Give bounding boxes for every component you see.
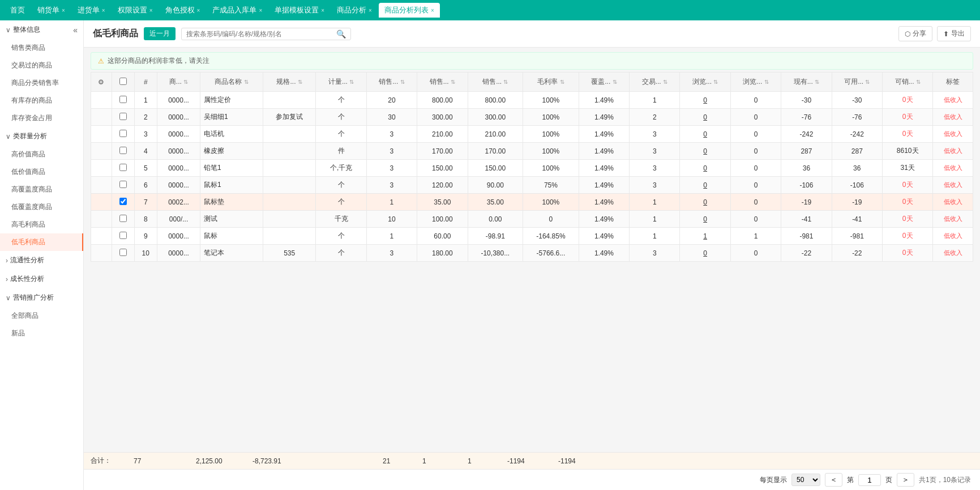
row-checkbox[interactable] [112, 126, 134, 143]
nav-sales-close[interactable]: × [62, 7, 65, 14]
row-checkbox[interactable] [112, 228, 134, 245]
row-checkbox[interactable] [112, 211, 134, 228]
col-name[interactable]: 商品名称 ⇅ [200, 73, 263, 92]
nav-product-analysis-list[interactable]: 商品分析列表 × [379, 3, 440, 18]
row-checkbox[interactable] [112, 92, 134, 109]
row-name: 电话机 [200, 126, 263, 143]
col-current[interactable]: 现有... ⇅ [781, 73, 832, 92]
export-button[interactable]: ⬆ 导出 [937, 26, 971, 41]
sidebar-item-all-goods[interactable]: 全部商品 [0, 307, 83, 325]
row-view1[interactable]: 0 [680, 194, 730, 211]
row-sales-price: 150.00 [417, 160, 468, 177]
row-view1[interactable]: 0 [680, 177, 730, 194]
nav-product-storage[interactable]: 产成品入库单 × [207, 3, 268, 18]
row-checkbox[interactable] [112, 245, 134, 262]
row-code: 0000... [157, 160, 200, 177]
page-number-input[interactable] [858, 474, 881, 486]
sidebar-group-marketing-header[interactable]: ∨ 营销推广分析 [0, 288, 83, 307]
row-view1[interactable]: 0 [680, 160, 730, 177]
nav-permissions-close[interactable]: × [149, 7, 153, 14]
collapse-icon[interactable]: « [73, 25, 78, 35]
nav-product-storage-close[interactable]: × [259, 7, 262, 14]
nav-product-analysis-list-close[interactable]: × [431, 7, 434, 14]
row-select-checkbox[interactable] [119, 96, 127, 103]
nav-product-analysis-close[interactable]: × [369, 7, 372, 14]
search-input[interactable] [186, 30, 336, 38]
row-select-checkbox[interactable] [119, 113, 127, 120]
row-sales-profit: 300.00 [468, 109, 523, 126]
col-code[interactable]: 商... ⇅ [157, 73, 200, 92]
row-select-checkbox[interactable] [119, 232, 127, 239]
row-view1[interactable]: 0 [680, 126, 730, 143]
sidebar-group-circulation-header[interactable]: › 流通性分析 [0, 251, 83, 270]
search-icon[interactable]: 🔍 [336, 29, 346, 39]
row-view1[interactable]: 0 [680, 245, 730, 262]
sidebar-item-stocked-goods[interactable]: 有库存的商品 [0, 92, 83, 109]
col-sales-qty[interactable]: 销售... ⇅ [366, 73, 417, 92]
sidebar-group-growth-header[interactable]: › 成长性分析 [0, 270, 83, 288]
nav-sales[interactable]: 销货单 × [32, 3, 71, 18]
nav-product-analysis[interactable]: 商品分析 × [331, 3, 378, 18]
col-settings[interactable]: ⚙ [91, 73, 112, 92]
row-checkbox[interactable] [112, 194, 134, 211]
col-unit[interactable]: 计量... ⇅ [316, 73, 366, 92]
sidebar-item-category-sales-rate[interactable]: 商品分类销售率 [0, 74, 83, 92]
row-checkbox[interactable] [112, 160, 134, 177]
nav-roles-close[interactable]: × [197, 7, 200, 14]
nav-template-settings-close[interactable]: × [321, 7, 324, 14]
row-select-checkbox[interactable] [119, 215, 127, 222]
sidebar-item-stock-capital[interactable]: 库存资金占用 [0, 109, 83, 127]
nav-purchase-close[interactable]: × [102, 7, 105, 14]
sidebar-item-sales-goods[interactable]: 销售类商品 [0, 39, 83, 57]
row-select-checkbox[interactable] [119, 130, 127, 137]
row-unit: 千克 [316, 211, 366, 228]
prev-page-button[interactable]: ＜ [825, 473, 842, 487]
nav-home[interactable]: 首页 [5, 3, 31, 18]
col-view2[interactable]: 浏览... ⇅ [730, 73, 781, 92]
next-page-button[interactable]: ＞ [897, 473, 914, 487]
share-button[interactable]: ⬡ 分享 [898, 26, 932, 41]
row-select-checkbox[interactable] [119, 198, 127, 205]
date-filter-button[interactable]: 近一月 [144, 27, 176, 40]
col-checkbox[interactable] [112, 73, 134, 92]
sidebar-item-high-gross[interactable]: 高毛利商品 [0, 216, 83, 233]
col-view1[interactable]: 浏览... ⇅ [680, 73, 730, 92]
totals-trans: 21 [383, 457, 411, 465]
row-checkbox[interactable] [112, 109, 134, 126]
row-view1[interactable]: 1 [680, 228, 730, 245]
row-view1[interactable]: 0 [680, 143, 730, 160]
nav-permissions[interactable]: 权限设置 × [112, 3, 159, 18]
col-gross-rate[interactable]: 毛利率 ⇅ [523, 73, 579, 92]
sidebar-item-low-gross[interactable]: 低毛利商品 [0, 233, 83, 251]
row-select-checkbox[interactable] [119, 249, 127, 256]
sidebar-item-low-value[interactable]: 低价值商品 [0, 163, 83, 181]
nav-template-settings[interactable]: 单据模板设置 × [269, 3, 330, 18]
col-coverage[interactable]: 覆盖... ⇅ [579, 73, 629, 92]
row-checkbox[interactable] [112, 177, 134, 194]
row-select-checkbox[interactable] [119, 181, 127, 188]
col-trans[interactable]: 交易... ⇅ [630, 73, 680, 92]
row-select-checkbox[interactable] [119, 164, 127, 171]
row-view1[interactable]: 0 [680, 211, 730, 228]
col-available[interactable]: 可用... ⇅ [832, 73, 882, 92]
sidebar-item-low-coverage[interactable]: 低覆盖度商品 [0, 198, 83, 216]
sidebar-group-cluster-header[interactable]: ∨ 类群量分析 [0, 127, 83, 146]
col-sales-profit[interactable]: 销售... ⇅ [468, 73, 523, 92]
row-view1[interactable]: 0 [680, 92, 730, 109]
col-spec[interactable]: 规格... ⇅ [263, 73, 315, 92]
sidebar-item-high-coverage[interactable]: 高覆盖度商品 [0, 181, 83, 198]
row-view1[interactable]: 0 [680, 109, 730, 126]
row-select-checkbox[interactable] [119, 147, 127, 154]
col-sales-price[interactable]: 销售... ⇅ [417, 73, 468, 92]
sidebar-item-high-value[interactable]: 高价值商品 [0, 146, 83, 163]
nav-roles[interactable]: 角色授权 × [160, 3, 206, 18]
page-header: 低毛利商品 近一月 🔍 ⬡ 分享 ⬆ 导出 [84, 20, 980, 48]
col-sellable[interactable]: 可销... ⇅ [882, 73, 932, 92]
sidebar-group-overall-header[interactable]: ∨ 整体信息 « [0, 20, 83, 39]
per-page-select[interactable]: 50 100 200 [791, 474, 820, 486]
row-checkbox[interactable] [112, 143, 134, 160]
sidebar-item-new-goods[interactable]: 新品 [0, 325, 83, 342]
select-all-checkbox[interactable] [119, 78, 127, 85]
nav-purchase[interactable]: 进货单 × [72, 3, 111, 18]
sidebar-item-traded-goods[interactable]: 交易过的商品 [0, 57, 83, 74]
